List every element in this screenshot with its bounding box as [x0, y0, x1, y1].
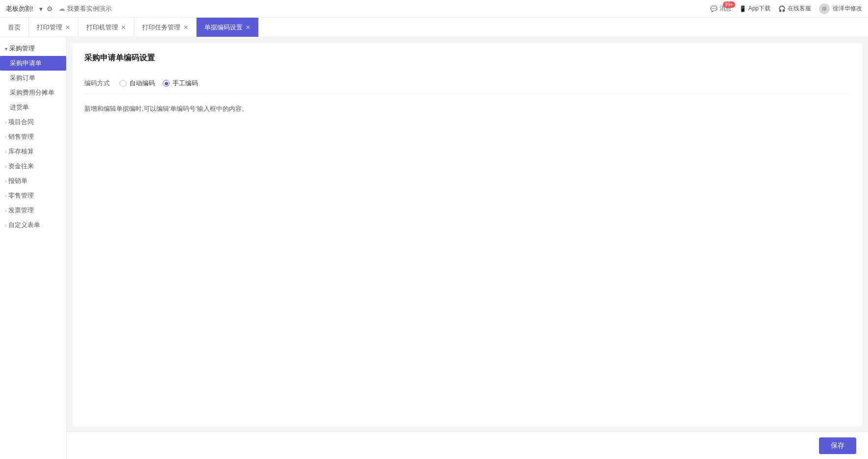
finance-label: 资金往来 — [8, 162, 34, 171]
sidebar-group-invoice-mgmt[interactable]: › 发票管理 — [0, 203, 66, 218]
app-download-label: App下载 — [748, 4, 770, 13]
retail-mgmt-label: 零售管理 — [8, 191, 34, 200]
tab-print-task-mgmt-label: 打印任务管理 — [142, 23, 180, 32]
finance-arrow: › — [5, 164, 6, 169]
user-section[interactable]: 徐 徐泽华修改 — [819, 3, 862, 14]
inventory-label: 库存核算 — [8, 147, 34, 156]
custom-forms-arrow: › — [5, 223, 6, 228]
sidebar-group-project-contract[interactable]: › 项目合同 — [0, 115, 66, 129]
purchase-mgmt-label: 采购管理 — [9, 44, 35, 53]
tab-print-mgmt-close[interactable]: ✕ — [65, 24, 70, 31]
footer-bar: 保存 — [67, 432, 868, 459]
purchase-expense-label: 采购费用分摊单 — [10, 89, 54, 96]
top-bar: 老板勿割! ▾ ⚙ ☁ 我要看实例演示 💬 消息 99+ 📱 App下载 🎧 在… — [0, 0, 868, 18]
sidebar: ▾ 采购管理 采购申请单 采购订单 采购费用分摊单 进货单 › 项目合同 › 销… — [0, 37, 67, 459]
online-support-label: 在线客服 — [788, 4, 811, 13]
sidebar-item-inbound[interactable]: 进货单 — [0, 100, 66, 115]
encoding-label: 编码方式 — [84, 79, 110, 88]
tab-printer-mgmt[interactable]: 打印机管理 ✕ — [78, 18, 134, 37]
radio-auto-circle — [120, 80, 126, 87]
invoice-mgmt-label: 发票管理 — [8, 206, 34, 215]
project-contract-label: 项目合同 — [8, 118, 34, 127]
sidebar-group-purchase-mgmt[interactable]: ▾ 采购管理 — [0, 41, 66, 56]
demo-cloud-icon: ☁ — [59, 5, 65, 12]
encoding-section: 编码方式 自动编码 手工编码 — [84, 73, 850, 94]
message-icon: 💬 — [710, 5, 718, 12]
top-bar-right: 💬 消息 99+ 📱 App下载 🎧 在线客服 徐 徐泽华修改 — [710, 3, 862, 14]
app-download-action[interactable]: 📱 App下载 — [739, 4, 770, 13]
dropdown-icon[interactable]: ▾ — [39, 5, 43, 13]
tab-bar: 首页 打印管理 ✕ 打印机管理 ✕ 打印任务管理 ✕ 单据编码设置 ✕ — [0, 18, 868, 37]
tab-barcode-settings-label: 单据编码设置 — [204, 23, 243, 32]
avatar-text: 徐 — [822, 5, 827, 12]
tab-home[interactable]: 首页 — [0, 18, 29, 37]
username: 徐泽华修改 — [833, 4, 862, 13]
returns-label: 报销单 — [8, 177, 27, 185]
radio-group: 自动编码 手工编码 — [120, 79, 198, 88]
sidebar-group-sales-mgmt[interactable]: › 销售管理 — [0, 129, 66, 144]
inventory-arrow: › — [5, 149, 6, 154]
tab-barcode-settings-close[interactable]: ✕ — [246, 24, 250, 31]
support-icon: 🎧 — [778, 5, 786, 12]
tab-print-mgmt-label: 打印管理 — [37, 23, 62, 32]
tab-print-task-mgmt-close[interactable]: ✕ — [183, 24, 188, 31]
online-support-action[interactable]: 🎧 在线客服 — [778, 4, 811, 13]
description-text: 新增和编辑单据编时,可以编辑'单编码号'输入框中的内容。 — [84, 104, 850, 114]
sidebar-group-custom-forms[interactable]: › 自定义表单 — [0, 218, 66, 232]
radio-manual-circle — [163, 80, 170, 87]
tab-barcode-settings[interactable]: 单据编码设置 ✕ — [197, 18, 259, 37]
settings-icon[interactable]: ⚙ — [47, 5, 53, 13]
radio-auto-encoding[interactable]: 自动编码 — [120, 79, 155, 88]
purchase-order-label: 采购订单 — [10, 74, 35, 81]
demo-text: 我要看实例演示 — [67, 4, 112, 13]
main-layout: ▾ 采购管理 采购申请单 采购订单 采购费用分摊单 进货单 › 项目合同 › 销… — [0, 37, 868, 459]
demo-link[interactable]: ☁ 我要看实例演示 — [59, 4, 112, 13]
sidebar-group-returns[interactable]: › 报销单 — [0, 174, 66, 188]
app-download-icon: 📱 — [739, 5, 746, 12]
radio-auto-label: 自动编码 — [129, 79, 155, 88]
content-area: 采购申请单编码设置 编码方式 自动编码 手工编码 — [67, 37, 868, 459]
purchase-mgmt-arrow: ▾ — [5, 46, 7, 51]
sidebar-group-inventory[interactable]: › 库存核算 — [0, 144, 66, 159]
invoice-mgmt-arrow: › — [5, 208, 6, 213]
tab-printer-mgmt-label: 打印机管理 — [86, 23, 118, 32]
tab-print-task-mgmt[interactable]: 打印任务管理 ✕ — [134, 18, 197, 37]
content-inner: 采购申请单编码设置 编码方式 自动编码 手工编码 — [73, 43, 862, 426]
radio-manual-encoding[interactable]: 手工编码 — [163, 79, 198, 88]
sidebar-item-purchase-request[interactable]: 采购申请单 — [0, 56, 66, 71]
top-bar-icons: ▾ ⚙ — [39, 5, 53, 13]
sales-mgmt-label: 销售管理 — [8, 132, 34, 141]
sales-mgmt-arrow: › — [5, 134, 6, 140]
radio-manual-label: 手工编码 — [173, 79, 198, 88]
tab-print-mgmt[interactable]: 打印管理 ✕ — [29, 18, 78, 37]
sidebar-group-retail-mgmt[interactable]: › 零售管理 — [0, 188, 66, 203]
retail-mgmt-arrow: › — [5, 193, 6, 199]
avatar: 徐 — [819, 3, 830, 14]
app-title: 老板勿割! — [6, 4, 33, 13]
purchase-request-label: 采购申请单 — [10, 59, 42, 67]
sidebar-item-purchase-order[interactable]: 采购订单 — [0, 71, 66, 85]
tab-printer-mgmt-close[interactable]: ✕ — [121, 24, 126, 31]
top-bar-left: 老板勿割! ▾ ⚙ ☁ 我要看实例演示 — [6, 4, 112, 13]
project-contract-arrow: › — [5, 120, 6, 125]
page-title: 采购申请单编码设置 — [84, 53, 850, 63]
sidebar-item-purchase-expense[interactable]: 采购费用分摊单 — [0, 85, 66, 100]
custom-forms-label: 自定义表单 — [8, 221, 40, 230]
inbound-label: 进货单 — [10, 103, 29, 111]
tab-home-label: 首页 — [8, 23, 21, 32]
messages-action[interactable]: 💬 消息 99+ — [710, 4, 731, 13]
save-button[interactable]: 保存 — [819, 437, 856, 454]
message-badge: 99+ — [723, 1, 735, 8]
sidebar-group-finance[interactable]: › 资金往来 — [0, 159, 66, 174]
returns-arrow: › — [5, 178, 6, 184]
